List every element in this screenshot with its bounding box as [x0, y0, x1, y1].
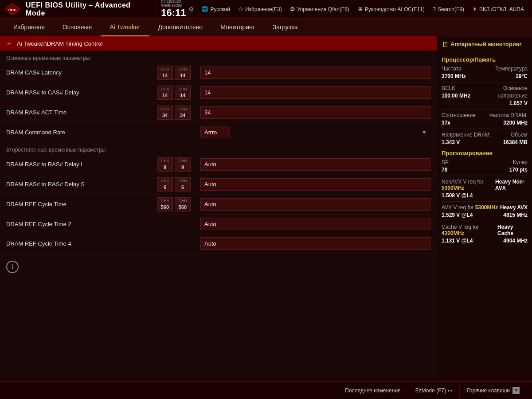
date-display: 07/29/2020 Wednesday [161, 0, 182, 8]
ezmode-icon: ↦ [448, 387, 452, 394]
ras-act-time-input[interactable] [200, 106, 430, 119]
ref-cycle-2-label: DRAM REF Cycle Time 2 [6, 221, 157, 227]
sidebar-dram-volt-vals: 1.343 V 16384 MB [442, 139, 528, 145]
sidebar-divider-6 [442, 221, 528, 221]
ras-cas-channels: CHA 14 CHB 14 [157, 86, 197, 100]
lang-button[interactable]: 🌐Русский [198, 4, 234, 14]
ras-cas-label: DRAM RAS# to CAS# Delay [6, 89, 157, 96]
sidebar-divider-4 [442, 176, 528, 176]
ras-ras-s-chb-badge: CHB 6 [175, 177, 191, 192]
favorites-button[interactable]: ☆Избранное(F3) [235, 4, 286, 14]
sidebar-sp-cooler-vals: 78 170 pts [442, 167, 528, 173]
main-area: ← Ai Tweaker\DRAM Timing Control Основны… [0, 36, 532, 399]
ref-cycle-4-input[interactable] [200, 237, 430, 250]
ras-act-cha-badge: CHA 34 [157, 106, 173, 120]
sidebar-divider-1 [442, 82, 528, 82]
setting-row-ref-cycle-4: DRAM REF Cycle Time 4 [0, 234, 437, 254]
sidebar-ratio-dram-labels: Соотношение Частота DRAM. [442, 112, 528, 118]
cas-latency-channels: CHA 14 CHB 14 [157, 66, 197, 80]
ras-ras-s-cha-badge: CHA 6 [157, 177, 173, 192]
aura-button[interactable]: ☀ВКЛ./ОТКЛ. AURA [469, 4, 528, 14]
forecast-section-label: Прогнозирование [442, 150, 528, 156]
sidebar-title-area: 🖥 Аппаратный мониторинг [442, 41, 528, 52]
sidebar-freq-temp-vals: 3700 MHz 29°C [442, 73, 528, 79]
nav-aitweaker[interactable]: Ai Tweaker [101, 19, 149, 36]
ras-cas-delay-input[interactable] [200, 86, 430, 99]
breadcrumb: ← Ai Tweaker\DRAM Timing Control [0, 36, 437, 51]
cas-cha-badge: CHA 14 [157, 66, 173, 80]
aioc-button[interactable]: 🖥Руководство AI OC(F11) [354, 4, 428, 14]
ref-cycle-input[interactable] [200, 198, 430, 211]
bios-title: UEFI BIOS Utility – Advanced Mode [26, 1, 144, 17]
ras-ras-l-channels: CHA 9 CHB 9 [157, 157, 197, 172]
sidebar-cache-row: Cache V req for 4300MHz Heavy Cache [442, 224, 528, 236]
sidebar-bclk-labels: BCLK Основное [442, 85, 528, 91]
back-arrow-icon[interactable]: ← [6, 40, 12, 47]
info-area: i [0, 254, 437, 280]
sidebar-avx-freq: 1.529 V @L4 4815 MHz [442, 212, 528, 218]
nav-boot[interactable]: Загрузка [264, 19, 307, 36]
section-header-primary: Основные временные параметры [0, 51, 437, 63]
bottom-bar: Последнее изменение EzMode (F7) ↦ Горячи… [0, 381, 532, 399]
ref-cycle-label: DRAM REF Cycle Time [6, 201, 157, 207]
nav-basic[interactable]: Основные [54, 19, 101, 36]
command-rate-dropdown[interactable]: Авто 1T 2T [200, 126, 230, 138]
sidebar-divider-2 [442, 109, 528, 110]
ras-ras-l-chb-badge: CHB 9 [175, 157, 191, 172]
settings-icon[interactable]: ⚙ [188, 6, 194, 13]
cha-badge-row: CHA 14 CHB 14 [157, 66, 197, 80]
breadcrumb-text: Ai Tweaker\DRAM Timing Control [17, 40, 102, 47]
ras-ras-s-channels: CHA 6 CHB 6 [157, 177, 197, 192]
info-button[interactable]: i [6, 261, 19, 273]
ras-act-label: DRAM RAS# ACT Time [6, 109, 157, 116]
dropdown-arrow-icon: ▼ [421, 129, 427, 136]
sidebar-dram-volt-labels: Напряжение DRAM. Объём [442, 132, 528, 138]
hotkeys-button[interactable]: Горячие клавиши ? [459, 382, 527, 399]
cas-latency-input[interactable] [200, 66, 430, 79]
ezmode-button[interactable]: EzMode (F7) ↦ [408, 382, 459, 399]
search-button[interactable]: ?Search(F9) [429, 4, 468, 14]
sidebar-cache-freq: 1.131 V @L4 4904 MHz [442, 238, 528, 244]
command-rate-label: DRAM Command Rate [6, 129, 157, 136]
rog-logo-icon: ROG [4, 3, 20, 16]
ras-ras-l-label: DRAM RAS# to RAS# Delay L [6, 161, 157, 168]
qfan-button[interactable]: ⚙Управление Qfan(F6) [286, 4, 353, 14]
ref-cycle-cha-badge: CHA 560 [157, 197, 173, 211]
nav-advanced[interactable]: Дополнительно [149, 19, 211, 36]
sidebar-nonavx-val: 1.508 V @L4 [442, 192, 528, 199]
setting-row-ref-cycle-2: DRAM REF Cycle Time 2 [0, 215, 437, 234]
monitor-icon: 🖥 [442, 41, 449, 49]
logo-area: ROG [4, 3, 20, 16]
top-actions: 🌐Русский ☆Избранное(F3) ⚙Управление Qfan… [198, 4, 528, 14]
setting-row-ras-act-time: DRAM RAS# ACT Time CHA 34 CHB 34 [0, 103, 437, 123]
nav-favorites[interactable]: Избранное [4, 19, 54, 36]
ref-cycle-2-input[interactable] [200, 218, 430, 230]
setting-row-ref-cycle: DRAM REF Cycle Time CHA 560 CHB 560 [0, 195, 437, 215]
sidebar-divider-3 [442, 129, 528, 129]
sidebar-freq-temp: Частота Температура [442, 66, 528, 72]
time-block: 07/29/2020 Wednesday 16:11 [161, 0, 186, 19]
sidebar-sp-cooler-labels: SP Кулер [442, 159, 528, 165]
command-rate-dropdown-wrapper: Авто 1T 2T ▼ [200, 126, 430, 138]
ras-cas-chb-badge: CHB 14 [175, 86, 191, 100]
ras-act-chb-badge: CHB 34 [175, 106, 191, 120]
sidebar-ratio-dram-vals: 37x 3200 MHz [442, 120, 528, 126]
ref-cycle-4-label: DRAM REF Cycle Time 4 [6, 240, 157, 247]
ref-cycle-channels: CHA 560 CHB 560 [157, 197, 197, 211]
sidebar: 🖥 Аппаратный мониторинг Процессор/Память… [437, 36, 532, 381]
last-change-button[interactable]: Последнее изменение [338, 382, 407, 399]
ras-ras-s-label: DRAM RAS# to RAS# Delay S [6, 181, 157, 188]
ras-ras-s-input[interactable] [200, 178, 430, 191]
ras-act-channels: CHA 34 CHB 34 [157, 106, 197, 120]
clock-display: 16:11 [161, 8, 186, 18]
main-nav: Избранное Основные Ai Tweaker Дополнител… [0, 19, 532, 36]
setting-row-ras-ras-delay-l: DRAM RAS# to RAS# Delay L CHA 9 CHB 9 [0, 155, 437, 175]
divider [156, 3, 156, 16]
ras-cas-cha-badge: CHA 14 [157, 86, 173, 100]
ras-ras-l-cha-badge: CHA 9 [157, 157, 173, 172]
cas-latency-label: DRAM CAS# Latency [6, 69, 157, 76]
svg-text:ROG: ROG [8, 8, 16, 12]
nav-monitoring[interactable]: Мониторинг [211, 19, 264, 36]
ras-ras-l-input[interactable] [200, 158, 430, 171]
ref-cycle-chb-badge: CHB 560 [175, 197, 191, 211]
